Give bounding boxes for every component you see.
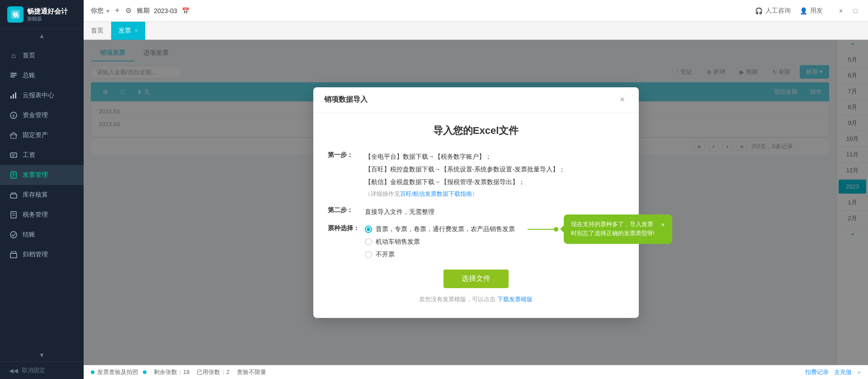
svg-rect-19 — [11, 212, 16, 218]
radio-motor-label: 机动车销售发票 — [376, 238, 420, 246]
sidebar-item-home[interactable]: ⌂ 首页 — [0, 46, 84, 66]
scroll-up-icon[interactable]: ▲ — [0, 29, 84, 42]
consult-icon: 🎧 — [755, 7, 763, 14]
consult-button[interactable]: 🎧 人工咨询 — [755, 7, 791, 15]
radio-normal[interactable]: 普票，专票，卷票，通行费发票，农产品销售发票 × 现在支持的票种多了，导入发票时… — [365, 225, 558, 233]
svg-rect-23 — [10, 253, 17, 258]
fund-icon: ¥ — [9, 111, 18, 120]
sidebar-item-salary[interactable]: 工资 — [0, 145, 84, 165]
sidebar-item-label: 固定资产 — [23, 131, 48, 139]
svg-rect-11 — [10, 153, 17, 157]
go-recharge-link[interactable]: 去充值 — [834, 368, 852, 376]
salary-icon — [9, 151, 18, 160]
radio-motor[interactable]: 机动车销售发票 — [365, 238, 558, 246]
logo-icon: 畅 — [7, 6, 24, 23]
tab-home[interactable]: 首页 — [84, 22, 111, 40]
tab-invoice[interactable]: 发票 × — [111, 22, 146, 40]
user-label: 用友 — [810, 7, 823, 15]
company-selector[interactable]: 你您 ▾ — [91, 7, 109, 15]
settings-button[interactable]: ⚙ — [125, 6, 132, 15]
svg-rect-2 — [10, 73, 17, 74]
download-template-link[interactable]: 下载发票模版 — [497, 296, 533, 303]
svg-text:¥: ¥ — [12, 114, 15, 118]
modal-body: 导入您的Excel文件 第一步： 【全电平台】数据下载→【税务数字账户】； 【百… — [313, 113, 639, 318]
inventory-icon — [9, 190, 18, 199]
sidebar-nav: ⌂ 首页 总账 云报表中心 ¥ 资金管理 — [0, 42, 84, 349]
sidebar-item-tax[interactable]: 税务管理 — [0, 205, 84, 225]
sidebar-item-label: 总账 — [23, 71, 35, 80]
step1-label: 第一步： — [328, 150, 359, 200]
sidebar-item-report[interactable]: 云报表中心 — [0, 85, 84, 105]
home-icon: ⌂ — [9, 51, 18, 60]
modal-close-button[interactable]: × — [617, 95, 628, 105]
sidebar-item-ledger[interactable]: 总账 — [0, 66, 84, 85]
sidebar-item-assets[interactable]: 固定资产 — [0, 125, 84, 145]
modal-header: 销项数据导入 × — [313, 87, 639, 113]
invoice-check-label: 发票查验及拍照 — [97, 368, 138, 376]
tooltip-line — [528, 229, 555, 230]
tabbar: 首页 发票 × — [84, 22, 868, 40]
recharge-record-link[interactable]: 扣费记录 — [805, 368, 829, 376]
sidebar-item-archive[interactable]: 归档管理 — [0, 245, 84, 265]
sidebar-item-label: 工资 — [23, 151, 35, 159]
sidebar-item-label: 首页 — [23, 52, 35, 60]
window-controls: × □ — [835, 5, 861, 16]
scroll-down-icon[interactable]: ▼ — [0, 349, 84, 361]
tooltip-close-button[interactable]: × — [661, 220, 665, 230]
guide-link[interactable]: 百旺/航信发票数据下载指南 — [400, 190, 472, 197]
window-close-button[interactable]: × — [835, 5, 846, 16]
invoice-check-badge — [143, 370, 146, 374]
svg-rect-10 — [11, 135, 16, 138]
svg-rect-4 — [10, 76, 15, 77]
sidebar-logo: 畅 畅捷通好会计 旗舰版 — [0, 0, 84, 29]
select-file-button[interactable]: 选择文件 — [443, 270, 509, 288]
statusbar-dot — [91, 370, 94, 374]
svg-rect-3 — [10, 75, 17, 76]
svg-point-22 — [10, 232, 17, 238]
statusbar-close-icon[interactable]: × — [857, 369, 861, 376]
sidebar-item-invoice[interactable]: 发票管理 — [0, 165, 84, 185]
tax-icon — [9, 210, 18, 219]
logo-subtitle: 旗舰版 — [27, 15, 68, 22]
statusbar-left: 发票查验及拍照 — [91, 368, 146, 376]
cancel-pin-icon: ◀◀ — [9, 367, 18, 374]
tooltip-text: 现在支持的票种多了，导入发票时别忘了选择正确的发票类型呀! — [571, 221, 655, 237]
sidebar-item-checkout[interactable]: 结账 — [0, 225, 84, 245]
remaining-label: 剩余张数：18 — [154, 368, 189, 376]
radio-no-ticket[interactable]: 不开票 — [365, 251, 558, 259]
svg-rect-24 — [11, 251, 16, 253]
sidebar-item-inventory[interactable]: 库存核算 — [0, 185, 84, 205]
radio-normal-label: 普票，专票，卷票，通行费发票，农产品销售发票 — [376, 225, 515, 233]
ticket-selection-row: 票种选择： 普票，专票，卷票，通行费发票，农产品销售发票 — [328, 223, 624, 259]
svg-rect-18 — [10, 194, 17, 198]
sidebar-item-label: 归档管理 — [23, 251, 48, 259]
sidebar-item-label: 资金管理 — [23, 111, 48, 119]
sidebar-item-label: 税务管理 — [23, 211, 48, 219]
tab-invoice-label: 发票 — [118, 27, 131, 35]
radio-group: 普票，专票，卷票，通行费发票，农产品销售发票 × 现在支持的票种多了，导入发票时… — [365, 225, 558, 259]
window-maximize-button[interactable]: □ — [850, 5, 861, 16]
sidebar-item-fund[interactable]: ¥ 资金管理 — [0, 105, 84, 125]
step1-link: （详细操作见百旺/航信发票数据下载指南） — [365, 188, 565, 200]
period-value: 2023-03 — [154, 7, 177, 14]
radio-no-ticket-circle — [365, 251, 372, 258]
ledger-icon — [9, 71, 18, 80]
logo-title: 畅捷通好会计 — [27, 7, 68, 15]
sidebar-bottom-cancel-pin[interactable]: ◀◀ 取消固定 — [0, 361, 84, 379]
report-icon — [9, 91, 18, 100]
tooltip-dot — [554, 227, 558, 232]
invoice-icon — [9, 171, 18, 180]
cancel-pin-label: 取消固定 — [22, 366, 45, 374]
user-button[interactable]: 👤 用友 — [800, 7, 823, 15]
step1-line1: 【全电平台】数据下载→【税务数字账户】； — [365, 150, 565, 163]
statusbar-right: 扣费记录 去充值 × — [805, 368, 861, 376]
tab-invoice-close-icon[interactable]: × — [135, 28, 138, 34]
footer-static-text: 若您没有发票模版，可以点击 — [419, 296, 495, 303]
sidebar-item-label: 库存核算 — [23, 191, 48, 199]
step2-label: 第二步： — [328, 205, 359, 218]
sidebar: 畅 畅捷通好会计 旗舰版 ▲ ⌂ 首页 总账 — [0, 0, 84, 379]
assets-icon — [9, 131, 18, 140]
add-button[interactable]: + — [115, 6, 120, 15]
sidebar-item-label: 发票管理 — [23, 171, 48, 179]
period-display: 账期 2023-03 📅 — [137, 7, 189, 15]
